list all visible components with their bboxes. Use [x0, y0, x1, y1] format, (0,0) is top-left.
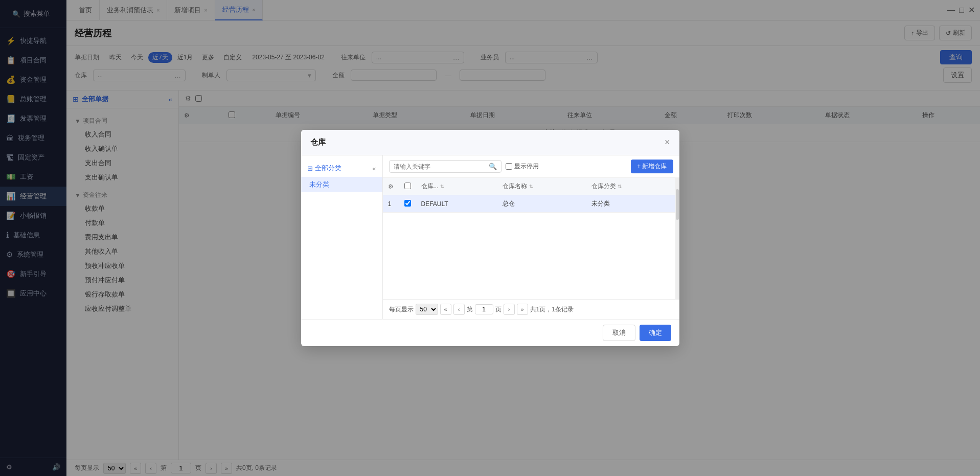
- modal-header-checkbox[interactable]: [404, 183, 411, 189]
- cancel-button[interactable]: 取消: [603, 325, 635, 341]
- modal-scroll-thumb: [676, 189, 679, 220]
- modal-table-row[interactable]: 1 DEFAULT 总仓 未分类: [383, 195, 675, 213]
- modal-footer: 每页显示 50 « ‹ 第 页 › » 共1页，1条记录: [383, 299, 679, 319]
- modal-table: ⚙ 仓库... ⇅ 仓库名称 ⇅: [383, 178, 675, 213]
- show-disabled-label: 显示停用: [506, 162, 539, 171]
- category-sort-icon[interactable]: ⇅: [618, 184, 622, 189]
- modal-scrollbar[interactable]: [675, 178, 679, 299]
- add-warehouse-button[interactable]: + 新增仓库: [631, 160, 673, 173]
- modal-col-checkbox: [399, 178, 416, 195]
- modal-table-container: ⚙ 仓库... ⇅ 仓库名称 ⇅: [383, 178, 679, 299]
- modal-toolbar: 🔍 显示停用 + 新增仓库: [383, 155, 679, 178]
- row-name: 总仓: [497, 195, 586, 213]
- modal-col-category: 仓库分类 ⇅: [586, 178, 675, 195]
- row-category: 未分类: [586, 195, 675, 213]
- modal-left-panel: ⊞ 全部分类 « 未分类: [301, 155, 383, 319]
- modal-page-size-label: 每页显示: [389, 305, 414, 314]
- modal-close-button[interactable]: ×: [665, 137, 670, 148]
- grid-icon: ⊞: [307, 165, 313, 172]
- modal-page-suffix: 页: [495, 305, 502, 314]
- confirm-button[interactable]: 确定: [640, 325, 671, 341]
- modal-col-code: 仓库... ⇅: [416, 178, 498, 195]
- modal-search-input[interactable]: [394, 163, 489, 170]
- modal-last-page[interactable]: »: [517, 304, 528, 315]
- modal-next-page[interactable]: ›: [504, 304, 515, 315]
- modal-first-page[interactable]: «: [440, 304, 451, 315]
- modal-title: 仓库: [310, 138, 326, 147]
- modal-col-settings[interactable]: ⚙: [383, 178, 399, 195]
- modal-header: 仓库 ×: [301, 130, 679, 155]
- row-checkbox: [399, 195, 416, 213]
- modal-right-panel: 🔍 显示停用 + 新增仓库 ⚙: [383, 155, 679, 319]
- modal-left-header: ⊞ 全部分类 «: [301, 160, 382, 177]
- code-sort-icon[interactable]: ⇅: [440, 184, 444, 189]
- modal-body: ⊞ 全部分类 « 未分类 🔍: [301, 155, 679, 319]
- modal-collapse-btn[interactable]: «: [372, 165, 376, 172]
- modal-page-label: 第: [467, 305, 473, 314]
- row-number: 1: [383, 195, 399, 213]
- modal-action-bar: 取消 确定: [301, 319, 679, 346]
- warehouse-modal: 仓库 × ⊞ 全部分类 « 未分类: [301, 130, 679, 346]
- modal-page-size-select[interactable]: 50: [416, 304, 438, 315]
- modal-category-uncategorized[interactable]: 未分类: [301, 177, 382, 192]
- modal-all-categories[interactable]: ⊞ 全部分类: [307, 164, 341, 173]
- row-code: DEFAULT: [416, 195, 498, 213]
- modal-pagination: 每页显示 50 « ‹ 第 页 › » 共1页，1条记录: [389, 304, 574, 315]
- modal-overlay: 仓库 × ⊞ 全部分类 « 未分类: [0, 0, 980, 476]
- row-checkbox-input[interactable]: [404, 200, 411, 207]
- modal-prev-page[interactable]: ‹: [453, 304, 465, 315]
- modal-page-input[interactable]: [475, 304, 493, 314]
- name-sort-icon[interactable]: ⇅: [529, 184, 533, 189]
- modal-col-name: 仓库名称 ⇅: [497, 178, 586, 195]
- modal-total-text: 共1页，1条记录: [530, 305, 574, 314]
- modal-search-wrap: 🔍: [389, 160, 502, 173]
- modal-search-icon[interactable]: 🔍: [489, 163, 497, 170]
- show-disabled-checkbox[interactable]: [506, 163, 512, 170]
